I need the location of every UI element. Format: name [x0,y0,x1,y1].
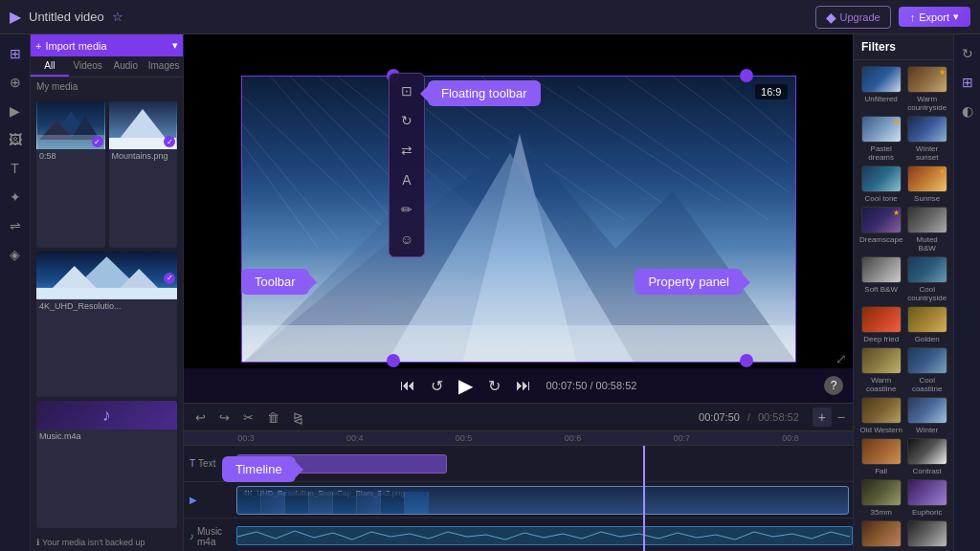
video-clip[interactable]: 4K_UHD_Resolution_SnowCap_Stars_3x2.png [236,486,849,515]
sidebar-item-graphics[interactable]: ✦ [4,186,27,209]
filter-item-mutedbw[interactable]: Muted B&W [906,207,947,253]
sidebar-item-stock-video[interactable]: ▶ [4,99,27,122]
media-item-video[interactable]: ✓ 0:58 [36,101,105,248]
draw-button[interactable]: ✏ [393,196,420,223]
export-arrow-icon: ↑ [910,11,916,23]
sidebar-item-filters[interactable]: ⊞ [956,71,979,94]
filter-item-fall[interactable]: Fall [859,438,902,475]
delete-button[interactable]: 🗑 [263,408,283,427]
svg-rect-33 [242,325,795,362]
filter-item-cool[interactable]: Cool tone [859,165,902,203]
flip-button[interactable]: ⇄ [393,137,420,164]
skip-forward-button[interactable]: ⏭ [516,377,531,394]
track-label-audio: ♪ Music m4a [184,526,236,547]
app-logo-icon: ▶ [10,8,21,26]
filter-item-unfiltered[interactable]: Unfiltered [859,66,902,112]
sidebar-item-text[interactable]: T [4,157,27,180]
filter-item-oldwestern[interactable]: Old Western [859,397,902,434]
skip-back-button[interactable]: ⏮ [400,377,415,394]
step-back-button[interactable]: ↺ [431,377,443,395]
rotate-button[interactable]: ↻ [393,107,420,134]
tab-images[interactable]: Images [145,56,183,77]
filter-item-dreamscape[interactable]: ★Dreamscape [859,207,902,253]
help-button[interactable]: ? [824,376,843,395]
sidebar-item-my-media[interactable]: ⊞ [4,42,27,65]
media-item-image[interactable]: ✓ Mountains.png [109,101,178,248]
play-button[interactable]: ▶ [458,374,473,397]
info-icon: ℹ [36,538,39,547]
audio-waveform [237,527,852,546]
svg-line-25 [242,143,319,249]
sidebar-item-turn[interactable]: ↻ [956,42,979,65]
filter-item-winter[interactable]: Winter sunset [906,116,947,162]
zoom-out-button[interactable]: − [837,409,845,425]
sidebar-item-stock-images[interactable]: 🖼 [4,128,27,151]
text-clip[interactable] [236,454,447,474]
filter-label: Warm countryside [906,95,947,112]
resize-handle-tr[interactable] [740,69,753,82]
redo-button[interactable]: ↪ [215,408,234,427]
main-area: ⊞ ⊕ ▶ 🖼 T ✦ ⇌ ◈ + Import media ▾ All Vid… [0,34,980,551]
resize-handle-bl[interactable] [387,354,400,367]
tab-audio[interactable]: Audio [107,56,145,77]
filter-label: Pastel dreams [859,144,902,162]
upgrade-button[interactable]: ◆ Upgrade [815,6,891,29]
preview-canvas: 16:9 [184,34,853,403]
filter-label: Cool countryside [906,285,947,302]
resize-handle-br[interactable] [740,354,753,367]
track-row-text: T Text [184,446,853,482]
step-forward-button[interactable]: ↻ [488,377,501,395]
filter-label: Euphoric [912,508,943,517]
filter-item-pastel[interactable]: ★Pastel dreams [859,116,902,162]
svg-marker-31 [462,134,577,362]
filter-item-warm[interactable]: ★Warm countryside [906,66,947,112]
sidebar-item-adjust[interactable]: ◐ [956,99,979,122]
undo-button[interactable]: ↩ [191,408,210,427]
svg-line-17 [434,86,625,220]
filter-item-coolcountry[interactable]: Cool countryside [906,256,947,302]
filmstrip [237,492,848,515]
text-button[interactable]: A [393,166,420,193]
filter-item-blackwhite[interactable]: Black & white 2 [906,520,947,551]
track-content-text[interactable] [236,446,853,481]
sticker-button[interactable]: ☺ [393,226,420,253]
chevron-down-icon: ▾ [172,39,178,52]
playhead[interactable] [643,446,645,551]
playback-bar: ⏮ ↺ ▶ ↻ ⏭ 00:07:50 / 00:58:52 ? ⤢ [184,368,853,403]
filter-item-winter2[interactable]: Winter [906,397,947,434]
export-button[interactable]: ↑ Export ▾ [899,7,970,27]
filter-item-golden[interactable]: Golden [906,306,947,343]
top-bar-right: ◆ Upgrade ↑ Export ▾ [815,6,971,29]
filter-item-softbw[interactable]: Soft B&W [859,256,902,302]
filter-item-35mm[interactable]: 35mm [859,479,902,517]
crop-button[interactable]: ⊡ [393,77,420,104]
tab-videos[interactable]: Videos [69,56,107,77]
media-item-label-4: Music.m4a [36,430,177,443]
sidebar-item-transitions[interactable]: ⇌ [4,214,27,237]
zoom-in-button[interactable]: + [813,408,832,427]
tab-all[interactable]: All [31,56,69,77]
track-content-video[interactable]: 4K_UHD_Resolution_SnowCap_Stars_3x2.png [236,482,853,518]
check-badge-3: ✓ [164,273,175,284]
media-panel: + Import media ▾ All Videos Audio Images… [31,34,184,551]
filter-item-warmcoast[interactable]: Warm coastline [859,347,902,393]
ruler-mark-2: 00:4 [301,433,410,443]
filter-item-contrast[interactable]: Contrast [906,438,947,475]
track-label-video: ▶ [184,495,236,505]
resize-icon[interactable]: ⤢ [835,351,847,366]
track-content-audio[interactable] [236,518,853,551]
filter-item-sunrise[interactable]: ★Sunrise [906,165,947,203]
media-item-4k[interactable]: ✓ 4K_UHD_Resolutio... [36,252,177,398]
media-item-audio[interactable]: ♪ Music.m4a [36,401,177,528]
sidebar-item-record-create[interactable]: ⊕ [4,71,27,94]
filter-item-coolcoast[interactable]: Cool coastline [906,347,947,393]
import-media-button[interactable]: + Import media ▾ [31,34,183,56]
filter-item-deepfried[interactable]: Deep fried [859,306,902,343]
audio-clip[interactable] [236,526,853,545]
split-button[interactable]: ⧎ [289,408,307,427]
filter-label: Sunrise [914,194,940,203]
cut-button[interactable]: ✂ [239,408,257,427]
sidebar-item-brand-kit[interactable]: ◈ [4,243,27,266]
filter-item-euphoric[interactable]: Euphoric [906,479,947,517]
filter-item-warmtone[interactable]: Warm tone film [859,520,902,551]
